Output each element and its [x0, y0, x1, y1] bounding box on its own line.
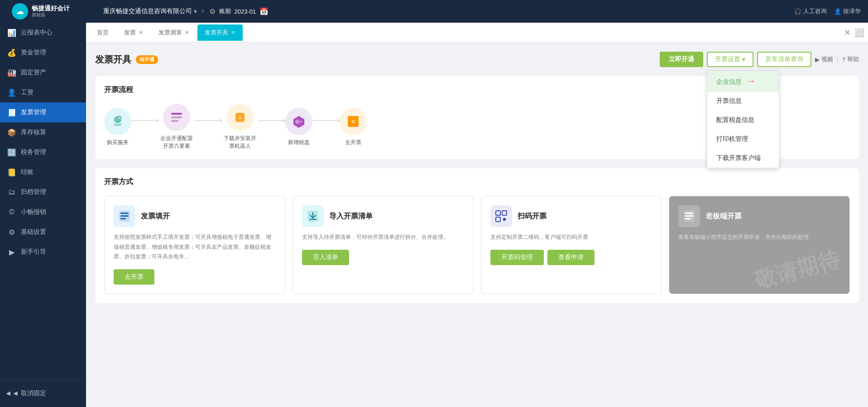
method-fill-icon — [114, 205, 135, 227]
dropdown-item-kaipaioxinxi[interactable]: 开票信息 — [707, 92, 779, 111]
period-value: 2023-01 — [235, 8, 256, 15]
tab-fapiaocesuan-close[interactable]: ✕ — [185, 29, 189, 36]
method-scan-desc: 支持定制开票二维码，客户端可扫码开票 — [490, 233, 652, 242]
import-list-button[interactable]: 导入清单 — [302, 250, 349, 265]
svg-text:税+: 税+ — [295, 119, 302, 124]
connector-3 — [258, 120, 285, 121]
svg-rect-17 — [309, 219, 317, 220]
method-boss-title: 老板端开票 — [705, 212, 742, 221]
sidebar: 📊 云报表中心 💰 资金管理 🏭 固定资产 👤 工资 🧾 发票管理 — [0, 23, 86, 407]
xinshouyindao-icon: ▶ — [7, 247, 16, 257]
sidebar-item-kucun[interactable]: 📦 库存核算 — [0, 122, 86, 142]
main-area: 📊 云报表中心 💰 资金管理 🏭 固定资产 👤 工资 🧾 发票管理 — [0, 23, 868, 407]
svg-rect-24 — [685, 215, 693, 217]
method-import-desc: 支持导入待开票清单，可对待开票清单进行拆分、合并处理。 — [302, 233, 464, 242]
support-button[interactable]: 🎧 人工咨询 — [794, 7, 827, 15]
logo-subtitle: 旗舰版 — [32, 12, 70, 18]
svg-text:≡: ≡ — [351, 118, 355, 125]
main-content: 发票开具 待开通 立即开通 开票设置 ▾ — [86, 43, 868, 407]
sidebar-item-zijin[interactable]: 💰 资金管理 — [0, 43, 86, 63]
period-label: 账期 — [219, 7, 231, 15]
add-company-button[interactable]: + — [201, 7, 206, 16]
method-card-scan: 扫码开票 支持定制开票二维码，客户端可扫码开票 开票码管理 查看申请 — [481, 196, 662, 294]
maximize-button[interactable]: ⬜ — [854, 28, 864, 38]
flow-step-config: 企业开通配置开票六要素 — [158, 104, 195, 150]
dropdown-item-xiazai[interactable]: 下载开票客户端 — [707, 149, 779, 168]
user-menu[interactable]: 👤 徐泽华 — [834, 7, 861, 15]
tab-fapiao[interactable]: 发票 ✕ — [117, 24, 150, 41]
abnormal-list-button[interactable]: 异常清单查询 — [757, 52, 811, 67]
view-apply-button[interactable]: 查看申请 — [547, 250, 595, 265]
video-button[interactable]: ▶ 视频 — [815, 55, 833, 63]
svg-text:≡: ≡ — [238, 114, 241, 121]
sidebar-item-yunbao[interactable]: 📊 云报表中心 — [0, 23, 86, 43]
xiaochangbao-icon: © — [7, 208, 16, 217]
settings-dropdown-button[interactable]: 开票设置 ▾ — [707, 52, 753, 67]
sidebar-item-cancel-fixed[interactable]: ◄◄ 取消固定 — [0, 383, 86, 403]
method-scan-title: 扫码开票 — [518, 212, 547, 221]
help-icon: ? — [842, 56, 845, 63]
calendar-icon[interactable]: 📅 — [259, 7, 269, 16]
help-button[interactable]: ? 帮助 — [842, 55, 859, 63]
method-fill-title: 发票填开 — [141, 212, 170, 221]
sidebar-item-xinshouyindao[interactable]: ▶ 新手引导 — [0, 242, 86, 262]
guidang-icon: 🗂 — [7, 188, 16, 197]
method-boss-desc: 查看老板端小程序提交的开票申请，并作出相应的处理 — [678, 233, 840, 242]
qr-manage-button[interactable]: 开票码管理 — [490, 250, 544, 265]
sidebar-item-fapiao[interactable]: 🧾 发票管理 — [0, 102, 86, 122]
chevron-down-icon: ▾ — [742, 56, 745, 63]
sidebar-item-shuiwu[interactable]: 🔢 税务管理 — [0, 142, 86, 162]
cancel-fixed-icon: ◄◄ — [7, 389, 16, 398]
step-label-config: 企业开通配置开票六要素 — [158, 135, 195, 150]
connector-2 — [195, 120, 222, 121]
flow-step-taxdisk: 税+ 新增税盘 — [285, 108, 312, 146]
svg-rect-13 — [120, 213, 129, 214]
sidebar-item-gongzi[interactable]: 👤 工资 — [0, 82, 86, 102]
sidebar-item-guding[interactable]: 🏭 固定资产 — [0, 63, 86, 82]
dropdown-item-dayinji[interactable]: 打印机管理 — [707, 130, 779, 149]
flow-step-buy: + 购买服务 — [104, 108, 131, 146]
svg-rect-20 — [496, 217, 500, 222]
close-all-tabs-button[interactable]: ✕ — [844, 28, 851, 38]
method-import-icon — [302, 205, 324, 227]
method-boss-header: 老板端开票 — [678, 205, 840, 227]
tab-fapiaokaiqu-close[interactable]: ✕ — [231, 29, 235, 36]
method-card-boss: 老板端开票 查看老板端小程序提交的开票申请，并作出相应的处理 敬请期待 — [669, 196, 850, 294]
settings-button[interactable]: ⚙ — [209, 7, 216, 16]
tab-fapiao-close[interactable]: ✕ — [139, 29, 143, 36]
svg-rect-19 — [502, 211, 507, 215]
step-label-download: 下载并安装开票机器人 — [222, 135, 258, 150]
svg-rect-15 — [120, 218, 126, 219]
dropdown-item-qiyexinxi[interactable]: 企业信息 → — [707, 71, 779, 92]
company-selector[interactable]: 重庆畅捷交通信息咨询有限公司 ▾ — [103, 7, 197, 15]
sidebar-item-jichushezhi[interactable]: ⚙ 基础设置 — [0, 222, 86, 242]
yunbao-icon: 📊 — [7, 28, 16, 37]
method-fill-desc: 支持按照发票样式手工填开发票；可开具增值税电子普通发票、增值税普通发票、增值税专… — [114, 233, 276, 262]
goto-invoice-fill-button[interactable]: 去开票 — [114, 269, 154, 285]
method-scan-header: 扫码开票 — [490, 205, 652, 227]
step-icon-config — [163, 104, 190, 131]
tab-fapiaocesuan[interactable]: 发票测算 ✕ — [151, 24, 197, 41]
sidebar-item-xiaochangbao[interactable]: © 小畅报销 — [0, 202, 86, 222]
top-bar-center: 重庆畅捷交通信息咨询有限公司 ▾ + ⚙ 账期 2023-01 📅 — [99, 7, 789, 16]
step-icon-download: ≡ — [226, 104, 254, 131]
methods-section: 开票方式 — [95, 168, 859, 303]
status-badge: 待开通 — [136, 55, 158, 64]
method-boss-icon — [678, 205, 700, 227]
methods-section-title: 开票方式 — [104, 177, 850, 187]
step-icon-invoice: ≡ — [340, 108, 367, 135]
sidebar-item-jiezhang[interactable]: 📒 结账 — [0, 162, 86, 182]
svg-rect-3 — [171, 113, 182, 115]
activate-button[interactable]: 立即开通 — [660, 52, 703, 67]
top-bar: ☁ 畅捷通好会计 旗舰版 重庆畅捷交通信息咨询有限公司 ▾ + ⚙ 账期 202… — [0, 0, 868, 23]
tab-home[interactable]: 首页 — [90, 24, 116, 41]
sidebar-item-guidang[interactable]: 🗂 归档管理 — [0, 182, 86, 202]
dropdown-item-peizhi[interactable]: 配置税盘信息 — [707, 111, 779, 130]
content-area: 首页 发票 ✕ 发票测算 ✕ 发票开具 ✕ ✕ ⬜ — [86, 23, 868, 407]
tab-fapiaokaiqu[interactable]: 发票开具 ✕ — [197, 24, 243, 41]
guding-icon: 🏭 — [7, 68, 16, 77]
step-icon-taxdisk: 税+ — [285, 108, 312, 135]
tab-bar: 首页 发票 ✕ 发票测算 ✕ 发票开具 ✕ ✕ ⬜ — [86, 23, 868, 43]
svg-rect-23 — [685, 213, 693, 214]
step-icon-buy: + — [104, 108, 131, 135]
